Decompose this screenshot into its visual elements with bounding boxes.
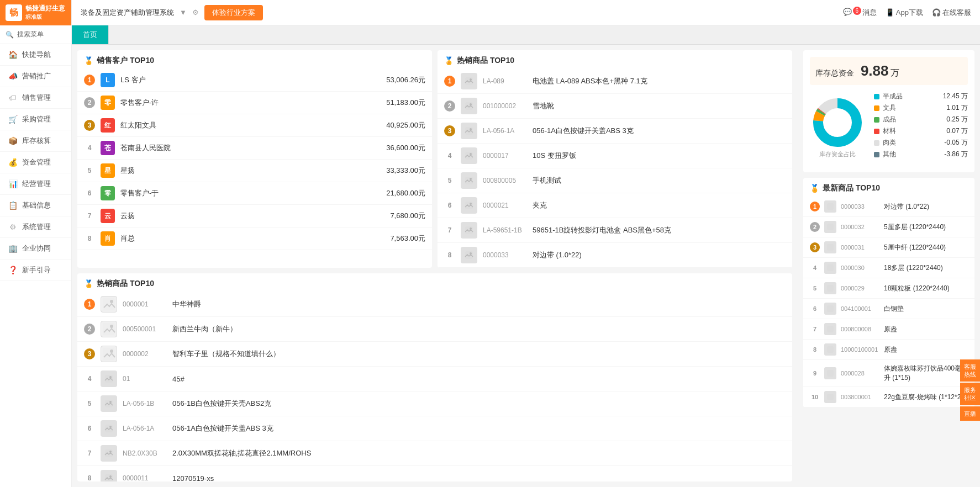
rank-number: 4 — [84, 373, 95, 384]
sidebar-item-sales[interactable]: 🏷 销售管理 — [0, 87, 71, 109]
sidebar-item-quick[interactable]: 🏠 快捷导航 — [0, 44, 71, 66]
settings-icon[interactable]: ⚙ — [192, 8, 199, 17]
rank-number: 6 — [444, 200, 455, 211]
medal-icon-2: 🏅 — [444, 56, 454, 65]
product-code: NB2.0X30B — [123, 449, 167, 457]
new-product-name: 18颗粒板 (1220*2440) — [884, 284, 968, 293]
rank-number: 2 — [84, 97, 95, 108]
hot-products-right-title: 🏅 热销商品 TOP10 — [438, 50, 792, 69]
product-name: 10S 变扭罗钣 — [533, 151, 786, 161]
legend-val-4: -0.05 万 — [944, 138, 968, 147]
product-img — [101, 470, 117, 481]
search-menu[interactable]: 🔍 搜索菜单 — [0, 25, 71, 44]
svg-point-31 — [109, 475, 112, 478]
message-icon: 💬 — [843, 8, 852, 16]
svg-point-39 — [825, 110, 850, 135]
svg-rect-41 — [827, 224, 834, 230]
new-product-code: 0000033 — [841, 203, 879, 210]
rank-number: 2 — [444, 100, 455, 112]
sidebar-item-purchase[interactable]: 🛒 采购管理 — [0, 109, 71, 130]
legend-dot-3 — [874, 129, 879, 134]
customer-rank-row: 8 肖 肖总 7,563.00元 — [77, 227, 432, 250]
hot-products-bottom-panel: 🏅 热销商品 TOP10 1 0000001 中华神爵 2 000500001 … — [77, 273, 792, 481]
home-icon: 🏠 — [8, 50, 18, 60]
legend-dot-5 — [874, 152, 879, 157]
rank-number: 8 — [84, 473, 95, 481]
product-code: LA-089 — [483, 77, 527, 85]
sidebar: 畅 畅捷通好生意 标准版 🔍 搜索菜单 🏠 快捷导航 📣 营销推广 🏷 销售管理… — [0, 0, 72, 487]
rank-number: 3 — [84, 120, 95, 131]
hot-product-right-row: 7 LA-59651-1B 59651-1B旋转投影灯电池盒 ABS黑色+58克 — [438, 218, 792, 243]
new-product-name: 对边带 (1.0*22) — [884, 202, 968, 211]
svg-point-25 — [109, 401, 112, 403]
medal-icon-3: 🏅 — [84, 279, 93, 288]
product-code: 001000002 — [483, 102, 527, 110]
legend-item-0: 半成品 12.45 万 — [874, 92, 968, 101]
product-code: LA-59651-1B — [483, 226, 527, 234]
message-label: 消息 — [862, 8, 877, 18]
sidebar-item-guide[interactable]: ❓ 新手引导 — [0, 260, 71, 281]
product-img — [461, 172, 477, 189]
sidebar-item-marketing[interactable]: 📣 营销推广 — [0, 66, 71, 87]
product-img — [101, 296, 117, 313]
legend-item-5: 其他 -3.86 万 — [874, 150, 968, 159]
svg-rect-49 — [827, 394, 834, 400]
sidebar-item-system[interactable]: ⚙ 系统管理 — [0, 216, 71, 238]
new-product-name: 原盎 — [884, 325, 968, 334]
svg-rect-40 — [827, 203, 834, 210]
main-content: 🏅 销售客户 TOP10 1 L LS 客户 53,006.26元 2 零 零售… — [72, 45, 798, 487]
float-live[interactable]: 直播 — [960, 406, 980, 421]
new-product-img — [824, 282, 836, 294]
customer-value: 7,563.00元 — [390, 234, 425, 244]
product-code: 0000017 — [483, 152, 527, 160]
message-area[interactable]: 💬 6 消息 — [843, 8, 877, 18]
product-img — [461, 123, 477, 139]
customer-name: 苍南县人民医院 — [120, 143, 381, 153]
float-service-community[interactable]: 服务 社区 — [960, 383, 980, 405]
rank-number: 5 — [444, 175, 455, 186]
sidebar-item-corp[interactable]: 🏢 企业协同 — [0, 238, 71, 260]
customer-name: 零售客户-许 — [120, 98, 381, 108]
logo-title: 畅捷通好生意 — [25, 4, 65, 13]
donut-chart-area: 库存资金占比 半成品 12.45 万 文具 1.01 万 — [810, 92, 968, 161]
rank-number: 6 — [84, 188, 95, 199]
inventory-legend: 半成品 12.45 万 文具 1.01 万 成品 0.25 万 — [874, 92, 968, 161]
svg-rect-42 — [827, 244, 834, 251]
new-product-code: 0000032 — [841, 224, 879, 230]
hot-product-bottom-row: 3 0000002 智利车子里（规格不知道填什么） — [77, 342, 792, 367]
product-code: LA-056-1B — [123, 400, 167, 407]
svg-point-3 — [470, 103, 472, 105]
new-product-code: 004100001 — [841, 305, 879, 312]
sidebar-item-inventory[interactable]: 📦 库存核算 — [0, 130, 71, 152]
trial-button[interactable]: 体验行业方案 — [204, 5, 263, 20]
product-img — [461, 247, 477, 263]
message-badge: 6 — [853, 7, 861, 15]
new-product-row: 10 003800001 22g鱼豆腐-烧烤味 (1*12*20) — [803, 387, 974, 407]
legend-dot-4 — [874, 140, 879, 146]
customer-value: 51,183.00元 — [386, 98, 425, 108]
sidebar-item-basic[interactable]: 📋 基础信息 — [0, 195, 71, 216]
chevron-down-icon[interactable]: ▼ — [180, 8, 187, 17]
content-area: 🏅 销售客户 TOP10 1 L LS 客户 53,006.26元 2 零 零售… — [72, 45, 980, 487]
rank-number: 3 — [444, 125, 455, 136]
search-label: 搜索菜单 — [17, 30, 44, 39]
inventory-total: 库存总资金 9.88 万 — [810, 57, 968, 85]
hot-product-right-row: 1 LA-089 电池盖 LA-089 ABS本色+黑种 7.1克 — [438, 69, 792, 94]
customer-value: 33,333.00元 — [386, 166, 425, 176]
float-customer-service[interactable]: 客服 热线 — [960, 359, 980, 382]
legend-name-1: 文具 — [883, 103, 943, 113]
svg-point-27 — [109, 426, 112, 428]
sidebar-label-system: 系统管理 — [22, 222, 51, 232]
product-code: 0000002 — [123, 350, 167, 358]
sidebar-item-finance[interactable]: 💰 资金管理 — [0, 152, 71, 173]
app-download[interactable]: 📱 App下载 — [886, 8, 923, 18]
legend-val-0: 12.45 万 — [943, 92, 968, 101]
sidebar-item-operation[interactable]: 📊 经营管理 — [0, 173, 71, 195]
product-code: LA-056-1A — [483, 127, 527, 135]
inventory-amount: 9.88 — [861, 62, 889, 79]
online-service[interactable]: 🎧 在线客服 — [932, 8, 971, 18]
medal-icon: 🏅 — [84, 56, 93, 65]
svg-rect-44 — [827, 285, 834, 292]
tab-home[interactable]: 首页 — [72, 25, 109, 44]
hot-product-bottom-row: 7 NB2.0X30B 2.0X30MM双搓花轴,搓花直径2.1MM/ROHS — [77, 441, 792, 466]
